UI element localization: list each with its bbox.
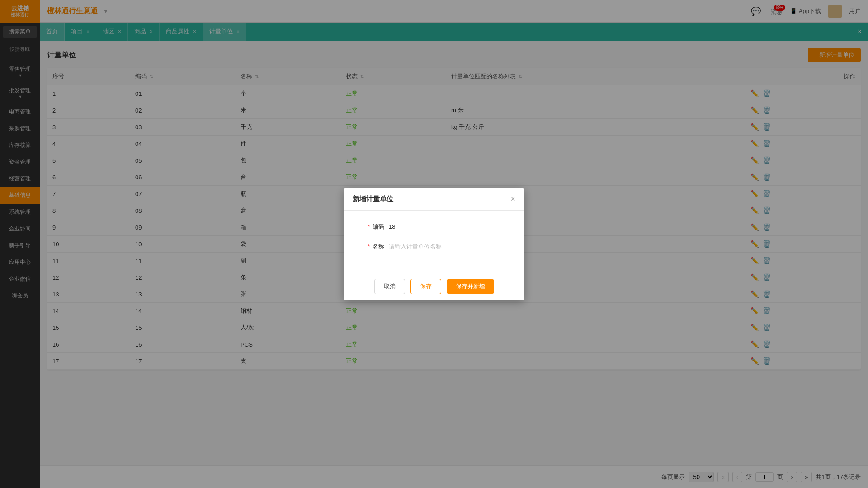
- name-label: * 名称: [353, 243, 384, 251]
- modal-close-button[interactable]: ×: [510, 194, 515, 204]
- name-input[interactable]: [389, 241, 515, 252]
- code-label: * 编码: [353, 223, 384, 231]
- cancel-button[interactable]: 取消: [374, 279, 405, 294]
- name-label-text: 名称: [373, 243, 384, 250]
- name-required-mark: *: [368, 243, 370, 250]
- name-form-row: * 名称: [353, 241, 515, 252]
- code-required-mark: *: [368, 223, 370, 230]
- modal-overlay: 新增计量单位 × * 编码 * 名称 取消 保存 保存并新增: [0, 0, 868, 488]
- save-and-new-button[interactable]: 保存并新增: [447, 279, 494, 294]
- modal-body: * 编码 * 名称: [344, 211, 524, 272]
- code-label-text: 编码: [373, 223, 384, 230]
- modal-footer: 取消 保存 保存并新增: [344, 272, 524, 300]
- modal-header: 新增计量单位 ×: [344, 188, 524, 211]
- add-unit-modal: 新增计量单位 × * 编码 * 名称 取消 保存 保存并新增: [344, 188, 524, 300]
- code-input[interactable]: [389, 221, 515, 232]
- modal-title: 新增计量单位: [353, 195, 393, 203]
- code-form-row: * 编码: [353, 221, 515, 232]
- save-button[interactable]: 保存: [410, 279, 441, 294]
